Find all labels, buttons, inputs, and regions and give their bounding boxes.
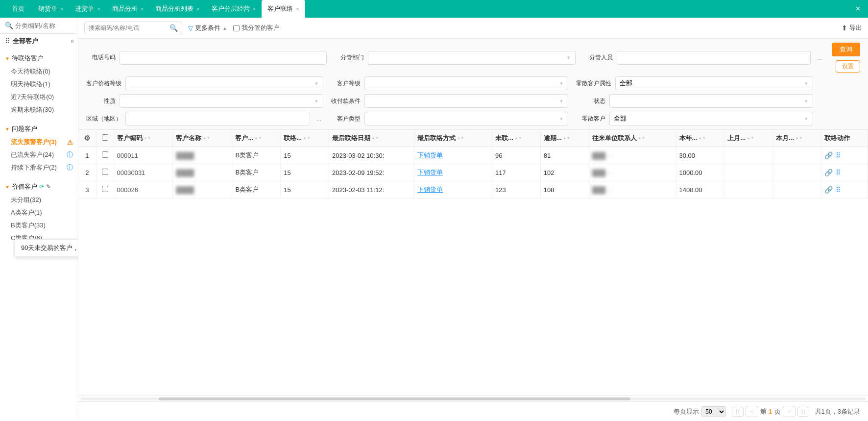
- dept-select[interactable]: ▼: [368, 51, 575, 65]
- row-code-1[interactable]: 00030031: [114, 164, 173, 181]
- person-dots[interactable]: ...: [815, 54, 824, 61]
- filter-search-icon[interactable]: 🔍: [169, 24, 178, 32]
- nav-tab-customer-contact[interactable]: 客户联络 ×: [262, 0, 305, 18]
- sidebar-item-today[interactable]: 今天待联络(0): [0, 65, 78, 78]
- person-input[interactable]: [617, 51, 811, 65]
- col-sort-uncontact[interactable]: 未联... ▲▼: [495, 134, 537, 143]
- area-dots[interactable]: ...: [314, 115, 323, 123]
- row-check-1[interactable]: [96, 164, 114, 181]
- nav-tab-customer-segments[interactable]: 客户分层经营 ×: [206, 0, 262, 18]
- row-check-2[interactable]: [96, 181, 114, 198]
- sidebar-item-churned-label: 已流失客户(24): [11, 150, 54, 159]
- nav-tab-purchase[interactable]: 进货单 ×: [69, 0, 106, 18]
- status-select[interactable]: ▼: [609, 94, 813, 108]
- window-close-button[interactable]: ×: [852, 2, 864, 15]
- col-sort-year[interactable]: 本年... ▲▼: [679, 134, 722, 143]
- filter-icon: ▽: [188, 25, 193, 32]
- sidebar-item-tomorrow[interactable]: 明天待联络(1): [0, 78, 78, 91]
- table-header-row: ⚙ 客户编码 ▲▼ 客户名称: [78, 130, 868, 147]
- nav-tab-customer-contact-close[interactable]: ×: [296, 6, 299, 12]
- value-group-edit-icon[interactable]: ✎: [46, 183, 51, 190]
- nav-tab-product-analysis-list-close[interactable]: ×: [196, 6, 199, 12]
- row-code-2[interactable]: 000026: [114, 181, 173, 198]
- filter-search-input[interactable]: [89, 25, 168, 31]
- nav-tab-sales[interactable]: 销货单 ×: [32, 0, 69, 18]
- sidebar-item-class-b[interactable]: B类客户(33): [0, 219, 78, 232]
- value-group-refresh-icon[interactable]: ⟳: [39, 183, 44, 190]
- price-grade-select[interactable]: ▼: [125, 76, 323, 90]
- sidebar-group-value-title[interactable]: ▼ 价值客户 ⟳ ✎: [0, 180, 78, 194]
- table-settings-icon[interactable]: ⚙: [84, 134, 90, 142]
- per-page-select[interactable]: 50 100: [701, 406, 726, 417]
- scrollbar-thumb[interactable]: [159, 397, 630, 400]
- filter-more-conditions[interactable]: ▽ 更多条件 ▲: [188, 24, 227, 32]
- col-sort-last-method[interactable]: 最后联络方式 ▲▼: [417, 134, 489, 143]
- phone-input[interactable]: [120, 51, 327, 65]
- col-sort-code[interactable]: 客户编码 ▲▼: [117, 134, 170, 143]
- col-sort-contact[interactable]: 联络... ▲▼: [284, 134, 326, 143]
- query-button[interactable]: 查询: [832, 43, 860, 56]
- sidebar-item-overdue-contact[interactable]: 逾期未联络(30): [0, 103, 78, 116]
- sidebar-item-churned[interactable]: 已流失客户(24) ⓘ: [0, 149, 78, 161]
- first-page-button[interactable]: ⟨⟨: [732, 407, 744, 417]
- customer-type-select[interactable]: ▼: [364, 112, 568, 125]
- table-scrollbar[interactable]: [78, 396, 868, 401]
- export-button[interactable]: ⬆ 导出: [842, 24, 862, 32]
- row-action-contact-2[interactable]: 🔗: [824, 186, 833, 194]
- nav-tab-customer-segments-close[interactable]: ×: [253, 6, 256, 12]
- my-customers-checkbox[interactable]: [233, 25, 240, 31]
- my-customers-filter[interactable]: 我分管的客户: [233, 24, 280, 32]
- nav-tab-product-analysis[interactable]: 商品分析 ×: [106, 0, 149, 18]
- col-sort-contact-person[interactable]: 往来单位联系人 ▲▼: [592, 134, 673, 143]
- row-uncontact-1: 117: [492, 164, 541, 181]
- zero-customer-select[interactable]: 全部 ▼: [609, 112, 813, 125]
- select-all-checkbox[interactable]: [102, 134, 108, 141]
- row-action-contact-1[interactable]: 🔗: [824, 169, 833, 176]
- sidebar-item-ungrouped[interactable]: 未分组(32): [0, 194, 78, 206]
- customer-grade-select[interactable]: ▼: [364, 76, 568, 90]
- row-code-0[interactable]: 000011: [114, 147, 173, 164]
- col-header-name: 客户名称 ▲▼: [173, 130, 232, 147]
- nav-tab-sales-close[interactable]: ×: [60, 6, 63, 12]
- gender-select[interactable]: ▼: [120, 94, 323, 108]
- sidebar-group-problem-title[interactable]: ▼ 问题客户: [0, 122, 78, 136]
- settings-button[interactable]: 设置: [836, 60, 860, 73]
- row-action-more-0[interactable]: ⠿: [836, 151, 841, 159]
- area-input[interactable]: [125, 112, 310, 125]
- col-sort-name[interactable]: 客户名称 ▲▼: [176, 134, 229, 143]
- sidebar-item-week[interactable]: 近7天待联络(0): [0, 91, 78, 103]
- sidebar-group-problem: ▼ 问题客户 90天未交易的客户，可能有流失风险。 流失预警客户(3) ⚠ 已流…: [0, 119, 78, 177]
- payment-select[interactable]: ▼: [364, 94, 568, 108]
- sidebar-all-customers[interactable]: ⠿ 全部客户 «: [0, 34, 78, 49]
- row-check-0[interactable]: [96, 147, 114, 164]
- sidebar-group-pending-title[interactable]: ▼ 待联络客户: [0, 51, 78, 65]
- sidebar-item-churn-warning[interactable]: 流失预警客户(3) ⚠: [0, 136, 78, 149]
- nav-tab-purchase-close[interactable]: ×: [97, 6, 100, 12]
- prev-page-button[interactable]: ＜: [746, 406, 758, 417]
- nav-tab-product-analysis-list[interactable]: 商品分析列表 ×: [149, 0, 205, 18]
- col-sort-overdue[interactable]: 逾期... ▲▼: [544, 134, 586, 143]
- sidebar-item-class-a[interactable]: A类客户(1): [0, 206, 78, 219]
- row-action-more-1[interactable]: ⠿: [836, 169, 841, 176]
- nav-tab-product-analysis-close[interactable]: ×: [141, 6, 144, 12]
- nav-customer-segments-label: 客户分层经营: [212, 4, 250, 13]
- sidebar-item-declining[interactable]: 持续下滑客户(2) ⓘ: [0, 161, 78, 174]
- last-page-button[interactable]: ⟩⟩: [797, 407, 809, 417]
- col-header-last-month: 上月... ▲▼: [724, 130, 773, 147]
- col-sort-this-month[interactable]: 本月... ▲▼: [776, 134, 818, 143]
- row-last-method-1[interactable]: 下销货单: [414, 164, 492, 181]
- sidebar-item-ungrouped-label: 未分组(32): [11, 196, 41, 204]
- nav-tab-home[interactable]: 首页: [4, 0, 32, 18]
- row-last-method-2[interactable]: 下销货单: [414, 181, 492, 198]
- col-sort-last-date[interactable]: 最后联络日期 ▲▼: [332, 134, 411, 143]
- filter-more-label: 更多条件: [195, 24, 220, 32]
- row-last-method-0[interactable]: 下销货单: [414, 147, 492, 164]
- row-action-contact-0[interactable]: 🔗: [824, 151, 833, 159]
- sidebar-search-input[interactable]: [15, 22, 73, 29]
- col-sort-last-month[interactable]: 上月... ▲▼: [727, 134, 770, 143]
- next-page-button[interactable]: ＞: [783, 406, 796, 417]
- col-sort-type[interactable]: 客户... ▲▼: [235, 134, 277, 143]
- row-action-more-2[interactable]: ⠿: [836, 186, 841, 194]
- filter-more-chevron: ▲: [222, 25, 227, 31]
- zero-attr-select[interactable]: 全部 ▼: [615, 76, 813, 90]
